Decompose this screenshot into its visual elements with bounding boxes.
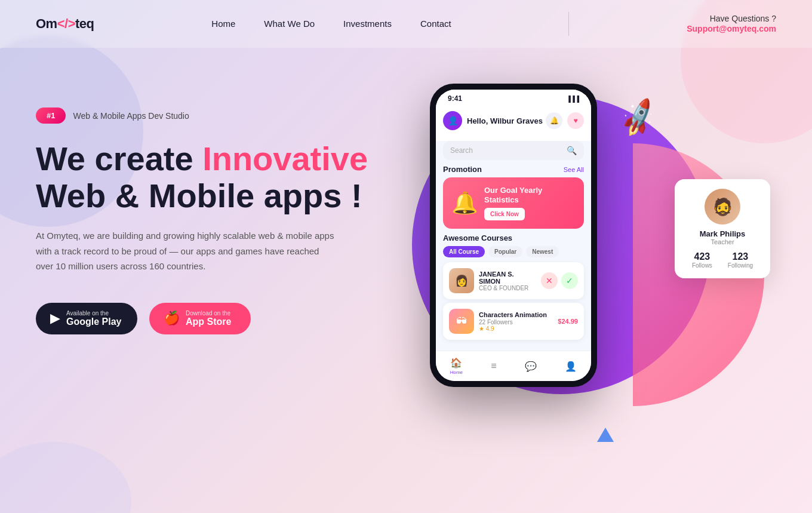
phone-course-info: Characters Animation 22 Followers ★ 4.9 — [479, 311, 558, 332]
notification-icon-btn[interactable]: 🔔 — [546, 112, 562, 129]
phone-course-card: 🕶 Characters Animation 22 Followers ★ 4.… — [443, 303, 584, 340]
google-play-button[interactable]: ▶ Available on the Google Play — [36, 303, 137, 334]
phone-nav-home[interactable]: 🏠 Home — [450, 357, 463, 375]
float-card-avatar: 🧔 — [705, 189, 740, 225]
phone-course-followers: 22 Followers — [479, 319, 558, 325]
hero-badge: #1 Web & Mobile Apps Dev Studio — [36, 107, 189, 124]
nav-contact: Have Questions ? Support@omyteq.com — [687, 14, 776, 34]
phone-inner: 9:41 ▐▐▐ 👤 Hello, Wilbur Graves 🔔 ♥ — [436, 90, 591, 381]
phone-search-bar[interactable]: Search 🔍 — [443, 141, 584, 160]
nav-item-contact[interactable]: Contact — [420, 19, 451, 29]
phone-promo-title-text: Our Goal Yearly Statistics — [484, 186, 576, 204]
home-nav-icon: 🏠 — [450, 357, 462, 368]
phone-course-name: Characters Animation — [479, 311, 558, 319]
nav-link-contact[interactable]: Contact — [420, 19, 451, 29]
phone-status-icons: ▐▐▐ — [567, 96, 579, 102]
heart-icon-btn[interactable]: ♥ — [567, 112, 584, 129]
phone-bell-emoji: 🔔 — [451, 191, 478, 216]
phone-nav-chat[interactable]: 💬 — [525, 361, 537, 372]
chat-nav-icon: 💬 — [525, 361, 537, 372]
home-nav-label: Home — [450, 370, 463, 375]
phone-course-rating: ★ 4.9 — [479, 325, 558, 332]
phone-outer: 9:41 ▐▐▐ 👤 Hello, Wilbur Graves 🔔 ♥ — [430, 84, 597, 387]
float-follows-label: Follows — [692, 262, 712, 269]
phone-time: 9:41 — [448, 94, 462, 103]
phone-search-placeholder: Search — [450, 146, 562, 155]
badge-pill: #1 — [36, 107, 66, 124]
google-play-label: Available on the Google Play — [66, 310, 121, 327]
nav-divider — [568, 12, 569, 36]
phone-bottom-nav: 🏠 Home ≡ 💬 👤 — [436, 351, 591, 381]
tab-newest[interactable]: Newest — [526, 246, 559, 257]
float-stat-following: 123 Following — [728, 251, 753, 269]
nav-item-investments[interactable]: Investments — [343, 19, 392, 29]
hero-heading-highlight: Innovative — [202, 140, 368, 177]
hero-heading-part1: We create — [36, 140, 202, 177]
phone-janean-info: JANEAN S. SIMON CEO & FOUNDER — [479, 271, 536, 291]
signal-icon: ▐▐▐ — [567, 96, 579, 102]
phone-promo-btn[interactable]: Click Now — [484, 208, 525, 220]
hero-left: #1 Web & Mobile Apps Dev Studio We creat… — [36, 84, 382, 334]
float-card-name: Mark Philips — [684, 229, 761, 238]
phone-courses-section: Awesome Courses All Course Popular Newes… — [443, 234, 584, 257]
hero-heading: We create Innovative Web & Mobile apps ! — [36, 140, 382, 214]
phone-greeting: Hello, Wilbur Graves — [467, 116, 546, 125]
phone-user-avatar: 👤 — [443, 111, 462, 130]
phone-mockup: 9:41 ▐▐▐ 👤 Hello, Wilbur Graves 🔔 ♥ — [430, 84, 597, 387]
logo-bracket-close: > — [68, 16, 75, 32]
nav-links: Home What We Do Investments Contact — [211, 19, 451, 29]
phone-promo-card: 🔔 Our Goal Yearly Statistics Click Now — [443, 177, 584, 229]
phone-see-all[interactable]: See All — [564, 166, 584, 173]
profile-nav-icon: 👤 — [565, 361, 577, 372]
triangle-decoration — [597, 428, 614, 442]
navbar: Om</>teq Home What We Do Investments Con… — [0, 0, 812, 48]
logo: Om</>teq — [36, 16, 94, 32]
phone-courses-title: Awesome Courses — [443, 234, 584, 242]
nav-item-home[interactable]: Home — [211, 19, 235, 29]
hero-right: 🚀 9:41 ▐▐▐ 👤 Hello, Wilbur Gr — [382, 84, 776, 513]
float-following-label: Following — [728, 262, 753, 269]
nav-link-what-we-do[interactable]: What We Do — [264, 19, 315, 29]
logo-text-om: Om — [36, 16, 57, 32]
phone-course-tabs: All Course Popular Newest — [443, 246, 584, 257]
tab-all-course[interactable]: All Course — [443, 246, 485, 257]
hero-heading-part2: Web & Mobile apps ! — [36, 177, 362, 214]
nav-link-home[interactable]: Home — [211, 19, 235, 29]
hero-description: At Omyteq, we are building and growing h… — [36, 228, 334, 274]
google-play-icon: ▶ — [50, 311, 60, 326]
logo-bracket-open: < — [57, 16, 64, 32]
phone-course-avatar: 🕶 — [449, 309, 474, 334]
float-card-role: Teacher — [684, 238, 761, 245]
phone-janean-avatar: 👩 — [449, 268, 474, 293]
phone-janean-actions: ✕ ✓ — [541, 272, 578, 289]
phone-promotion-title: Promotion — [443, 165, 482, 174]
nav-contact-email[interactable]: Support@omyteq.com — [687, 24, 776, 33]
tab-popular[interactable]: Popular — [488, 246, 522, 257]
accept-button[interactable]: ✓ — [561, 272, 578, 289]
app-store-button[interactable]: 🍎 Download on the App Store — [149, 303, 251, 334]
nav-contact-question: Have Questions ? — [687, 14, 776, 23]
phone-janean-name: JANEAN S. SIMON — [479, 271, 536, 285]
phone-header-icons: 🔔 ♥ — [546, 112, 584, 129]
float-following-count: 123 — [728, 251, 753, 262]
reject-button[interactable]: ✕ — [541, 272, 558, 289]
phone-course-price: $24.99 — [558, 318, 578, 325]
phone-search-icon: 🔍 — [567, 146, 577, 155]
app-store-label: Download on the App Store — [186, 310, 231, 327]
phone-promo-text: Our Goal Yearly Statistics Click Now — [484, 186, 576, 220]
hero-buttons: ▶ Available on the Google Play 🍎 Downloa… — [36, 303, 382, 334]
phone-content: Search 🔍 Promotion See All 🔔 Ou — [436, 141, 591, 351]
phone-janean-card: 👩 JANEAN S. SIMON CEO & FOUNDER ✕ ✓ — [443, 262, 584, 299]
float-follows-count: 423 — [692, 251, 712, 262]
phone-promotion-header: Promotion See All — [443, 165, 584, 174]
phone-nav-profile[interactable]: 👤 — [565, 361, 577, 372]
nav-link-investments[interactable]: Investments — [343, 19, 392, 29]
list-nav-icon: ≡ — [491, 361, 496, 371]
logo-text-teq: teq — [75, 16, 94, 32]
phone-nav-list[interactable]: ≡ — [491, 361, 496, 371]
phone-janean-role: CEO & FOUNDER — [479, 285, 536, 291]
hero-section: #1 Web & Mobile Apps Dev Studio We creat… — [0, 48, 812, 513]
float-card-stats: 423 Follows 123 Following — [684, 251, 761, 269]
nav-item-what-we-do[interactable]: What We Do — [264, 19, 315, 29]
phone-header: 👤 Hello, Wilbur Graves 🔔 ♥ — [436, 105, 591, 136]
